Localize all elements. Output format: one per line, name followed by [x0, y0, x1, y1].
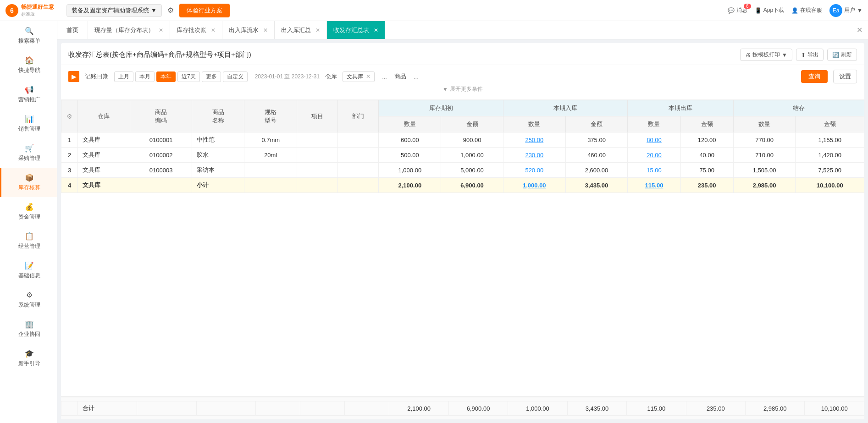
dept-col-header: 部门	[338, 100, 379, 132]
tab-bar: 首页 现存量（库存分布表） ✕ 库存批次账 ✕ 出入库流水 ✕ 出入库汇总 ✕ …	[57, 21, 868, 39]
out-qty-header: 数量	[628, 116, 680, 132]
tab-in-out-summary[interactable]: 出入库汇总 ✕	[275, 21, 327, 39]
sidebar-item-enterprise[interactable]: 🏢 企业协同	[0, 314, 57, 344]
footer-empty-1	[61, 401, 78, 416]
trial-button[interactable]: 体验行业方案	[179, 4, 230, 17]
open-qty-header: 数量	[379, 116, 441, 132]
row-project	[297, 148, 338, 163]
footer-empty-5	[300, 401, 345, 416]
top-bar-right: 💬 消息 6 📱 App下载 👤 在线客服 Ea 用户 ▼	[728, 4, 862, 17]
app-download-button[interactable]: 📱 App下载	[755, 6, 784, 14]
chevron-down-icon: ▼	[151, 7, 157, 14]
warehouse-col-header: 仓库	[78, 100, 130, 132]
message-icon: 💬	[728, 7, 735, 14]
row-in-qty[interactable]: 230.00	[503, 148, 565, 163]
footer-open-qty: 2,100.00	[389, 401, 448, 416]
system-icon: ⚙	[26, 291, 33, 299]
row-open-amt: 900.00	[441, 132, 503, 148]
settings-button[interactable]: 设置	[833, 70, 857, 83]
row-in-qty-link[interactable]: 1,000.00	[523, 182, 546, 189]
row-open-qty: 500.00	[379, 148, 441, 163]
sidebar-item-finance[interactable]: 💰 资金管理	[0, 197, 57, 226]
tab-close-in-out-flow[interactable]: ✕	[263, 27, 268, 33]
footer-out-amt: 235.00	[686, 401, 745, 416]
row-out-qty-link[interactable]: 20.00	[647, 152, 662, 159]
warehouse-tag[interactable]: 文具库 ✕	[343, 71, 375, 82]
row-out-qty-link[interactable]: 115.00	[645, 182, 663, 189]
row-open-amt: 6,900.00	[441, 178, 503, 193]
sidebar-item-quick-nav[interactable]: 🏠 快捷导航	[0, 50, 57, 80]
row-in-qty[interactable]: 250.00	[503, 132, 565, 148]
footer-bal-qty: 2,985.00	[745, 401, 804, 416]
sidebar-item-operations[interactable]: 📋 经营管理	[0, 226, 57, 256]
row-out-qty[interactable]: 15.00	[628, 163, 680, 178]
tab-close-receive-send[interactable]: ✕	[374, 27, 378, 33]
date-btn-this-month[interactable]: 本月	[135, 71, 155, 82]
goods-more-dots[interactable]: ...	[412, 73, 420, 80]
date-btn-this-year[interactable]: 本年	[156, 71, 176, 82]
row-name: 中性笔	[192, 132, 244, 148]
tab-inventory-dist[interactable]: 现存量（库存分布表） ✕	[88, 21, 170, 39]
tab-receive-send[interactable]: 收发存汇总表 ✕	[327, 21, 385, 39]
row-in-qty-link[interactable]: 230.00	[525, 152, 543, 159]
row-out-qty[interactable]: 115.00	[628, 178, 680, 193]
tab-bar-close[interactable]: ✕	[851, 26, 868, 34]
tab-close-in-out-summary[interactable]: ✕	[315, 27, 320, 33]
row-bal-amt: 7,525.00	[796, 163, 864, 178]
sidebar-item-marketing[interactable]: 📢 营销推广	[0, 80, 57, 109]
filter-expand-button[interactable]: ▶	[68, 71, 79, 82]
sidebar-item-search[interactable]: 🔍 搜索菜单	[0, 21, 57, 50]
tab-close-batch-account[interactable]: ✕	[211, 27, 216, 33]
tab-batch-account[interactable]: 库存批次账 ✕	[170, 21, 222, 39]
sidebar-item-basic-info[interactable]: 📝 基础信息	[0, 256, 57, 285]
warehouse-more-dots[interactable]: ...	[380, 73, 389, 80]
code-col-header: 商品编码	[130, 100, 192, 132]
row-out-qty-link[interactable]: 15.00	[647, 167, 662, 174]
date-btn-more[interactable]: 更多	[202, 71, 221, 82]
sidebar-item-system[interactable]: ⚙ 系统管理	[0, 285, 57, 314]
row-bal-qty: 2,985.00	[733, 178, 796, 193]
date-btn-7days[interactable]: 近7天	[177, 71, 200, 82]
user-menu[interactable]: Ea 用户 ▼	[829, 4, 862, 17]
search-icon: 🔍	[25, 27, 34, 35]
row-open-qty: 1,000.00	[379, 163, 441, 178]
phone-icon: 📱	[755, 7, 762, 14]
warehouse-tag-close[interactable]: ✕	[366, 73, 370, 80]
row-out-qty[interactable]: 20.00	[628, 148, 680, 163]
sidebar-item-inventory[interactable]: 📦 库存核算	[0, 168, 57, 197]
row-spec	[244, 178, 297, 193]
row-in-qty[interactable]: 520.00	[503, 163, 565, 178]
refresh-button[interactable]: 🔄 刷新	[827, 49, 857, 61]
sidebar-item-purchase[interactable]: 🛒 采购管理	[0, 138, 57, 168]
date-btn-custom[interactable]: 自定义	[223, 71, 248, 82]
row-bal-qty: 710.00	[733, 148, 796, 163]
table-settings-icon[interactable]: ⚙	[66, 113, 72, 120]
row-out-qty[interactable]: 80.00	[628, 132, 680, 148]
row-in-qty-link[interactable]: 250.00	[525, 137, 543, 143]
row-open-amt: 1,000.00	[441, 148, 503, 163]
messages-button[interactable]: 💬 消息 6	[728, 6, 747, 14]
tab-in-out-flow[interactable]: 出入库流水 ✕	[222, 21, 275, 39]
query-button[interactable]: 查询	[801, 70, 828, 83]
row-in-qty-link[interactable]: 520.00	[525, 167, 543, 174]
print-button[interactable]: 🖨 按模板打印 ▼	[740, 49, 792, 61]
sidebar-item-sales[interactable]: 📊 销售管理	[0, 109, 57, 138]
purchase-icon: 🛒	[25, 144, 34, 153]
footer-empty-4	[256, 401, 300, 416]
tab-close-inventory-dist[interactable]: ✕	[159, 27, 163, 33]
row-in-qty[interactable]: 1,000.00	[503, 178, 565, 193]
row-warehouse: 文具库	[78, 163, 130, 178]
date-btn-last-month[interactable]: 上月	[114, 71, 133, 82]
export-button[interactable]: ⬆ 导出	[796, 49, 824, 61]
expand-more-button[interactable]: ▼ 展开更多条件	[442, 85, 483, 93]
online-service-button[interactable]: 👤 在线客服	[791, 6, 822, 14]
gear-button[interactable]: ⚙	[166, 4, 176, 16]
system-selector[interactable]: 装备及固定资产辅助管理系统 ▼	[66, 4, 162, 17]
row-in-amt: 3,435.00	[565, 178, 628, 193]
tab-home[interactable]: 首页	[57, 21, 88, 39]
sidebar-item-guide[interactable]: 🎓 新手引导	[0, 344, 57, 373]
row-out-qty-link[interactable]: 80.00	[647, 137, 662, 143]
row-no: 2	[61, 148, 78, 163]
table-header-group-row: ⚙ 仓库 商品编码 商品名称 规格型号 项目 部门 库存期初 本期入库 本期出	[61, 100, 864, 116]
row-name: 胶水	[192, 148, 244, 163]
